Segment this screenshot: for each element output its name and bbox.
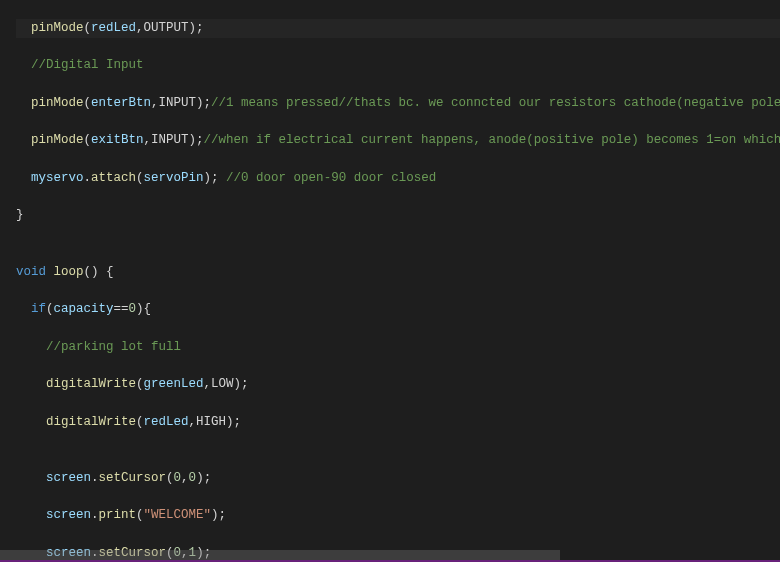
- code-line: myservo.attach(servoPin); //0 door open-…: [16, 169, 780, 188]
- code-editor[interactable]: pinMode(redLed,OUTPUT); //Digital Input …: [0, 0, 780, 562]
- code-line: digitalWrite(redLed,HIGH);: [16, 413, 780, 432]
- horizontal-scrollbar-thumb[interactable]: [0, 550, 560, 560]
- code-line: }: [16, 206, 780, 225]
- code-line: void loop() {: [16, 263, 780, 282]
- code-line: pinMode(exitBtn,INPUT);//when if electri…: [16, 131, 780, 150]
- code-line: if(capacity==0){: [16, 300, 780, 319]
- code-line: digitalWrite(greenLed,LOW);: [16, 375, 780, 394]
- code-line: //Digital Input: [16, 56, 780, 75]
- code-line: pinMode(enterBtn,INPUT);//1 means presse…: [16, 94, 780, 113]
- code-line: //parking lot full: [16, 338, 780, 357]
- code-line: pinMode(redLed,OUTPUT);: [16, 19, 780, 38]
- code-line: screen.print("WELCOME");: [16, 506, 780, 525]
- code-line: screen.setCursor(0,0);: [16, 469, 780, 488]
